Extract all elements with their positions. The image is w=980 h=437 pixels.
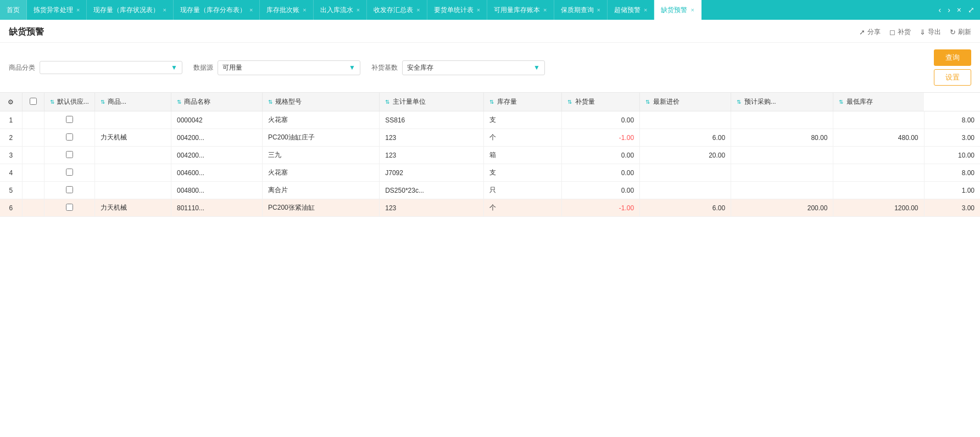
tab-close-inout-flow[interactable]: × — [357, 7, 360, 13]
row-checkbox-5[interactable] — [66, 204, 73, 211]
row-check-5[interactable] — [44, 199, 94, 217]
row-supplier-2 — [94, 147, 171, 164]
tab-prev-button[interactable]: ‹ — [936, 4, 943, 15]
row-supplier-5: 力天机械 — [94, 199, 171, 217]
est-purchase-sort-icon: ⇅ — [737, 99, 741, 105]
row-checkbox-1[interactable] — [66, 133, 73, 141]
col-sku-header[interactable]: ⇅ 商品... — [94, 93, 171, 111]
tab-demand-stat[interactable]: 要货单统计表 × — [427, 0, 487, 20]
row-check-0[interactable] — [44, 111, 94, 129]
row-supplier-1: 力天机械 — [94, 129, 171, 147]
tab-close-exception[interactable]: × — [76, 7, 80, 13]
replenish-base-filter: 补货基数 安全库存 ▼ — [371, 60, 545, 75]
row-checkbox-3[interactable] — [66, 169, 73, 176]
row-replenish-3 — [640, 164, 731, 182]
replenish-base-select[interactable]: 安全库存 ▼ — [402, 60, 545, 75]
row-check-4[interactable] — [44, 182, 94, 199]
row-check-1[interactable] — [44, 129, 94, 147]
tab-inventory-status[interactable]: 现存量（库存状况表） × — [87, 0, 173, 20]
row-check-3[interactable] — [44, 164, 94, 182]
row-name-2: 三九 — [263, 147, 380, 164]
col-unit-header[interactable]: ⇅ 主计量单位 — [380, 93, 484, 111]
row-est-purchase-4 — [833, 182, 924, 199]
tab-close-batch[interactable]: × — [303, 7, 306, 13]
tab-next-button[interactable]: › — [945, 4, 953, 15]
tab-overstock[interactable]: 超储预警 × — [608, 0, 654, 20]
replenish-button[interactable]: ◻ 补货 — [889, 27, 911, 37]
table-row: 5 004800... 离合片 DS250*23c... 只 0.00 1.00 — [0, 182, 980, 199]
row-min-stock-5: 3.00 — [924, 199, 980, 217]
select-all-checkbox[interactable] — [30, 98, 37, 105]
tab-batch[interactable]: 库存批次账 × — [260, 0, 313, 20]
tab-controls: ‹ › × ⤢ — [933, 4, 980, 15]
page-container: 缺货预警 ➚ 分享 ◻ 补货 ⇓ 导出 ↻ 刷新 商品分类 — [0, 20, 980, 437]
row-min-stock-0: 8.00 — [924, 111, 980, 129]
tab-close-collect-summary[interactable]: × — [416, 7, 420, 13]
table-row: 1 0000042 火花塞 SS816 支 0.00 8.00 — [0, 111, 980, 129]
col-latest-price-header[interactable]: ⇅ 最新进价 — [640, 93, 731, 111]
col-est-purchase-header[interactable]: ⇅ 预计采购... — [731, 93, 833, 111]
spec-sort-icon: ⇅ — [268, 99, 272, 105]
col-check-header[interactable] — [22, 93, 44, 111]
min-stock-sort-icon: ⇅ — [839, 99, 843, 105]
tab-close-available-ledger[interactable]: × — [543, 7, 547, 13]
row-latest-price-3 — [731, 164, 833, 182]
row-settings-5 — [22, 199, 44, 217]
row-checkbox-0[interactable] — [66, 116, 73, 123]
col-stock-header[interactable]: ⇅ 库存量 — [484, 93, 562, 111]
tab-maximize-button[interactable]: ⤢ — [966, 4, 977, 15]
col-min-stock-header[interactable]: ⇅ 最低库存 — [833, 93, 924, 111]
col-supplier-header[interactable]: ⇅ 默认供应... — [44, 93, 94, 111]
share-button[interactable]: ➚ 分享 — [859, 27, 881, 37]
row-num-3: 4 — [0, 164, 22, 182]
row-stock-0: 0.00 — [562, 111, 640, 129]
row-sku-4: 004800... — [171, 182, 263, 199]
tab-close-overstock[interactable]: × — [644, 7, 647, 13]
table-body: 1 0000042 火花塞 SS816 支 0.00 8.00 2 力天机械 0… — [0, 111, 980, 217]
col-name-header[interactable]: ⇅ 商品名称 — [171, 93, 263, 111]
row-checkbox-2[interactable] — [66, 151, 73, 158]
category-select[interactable]: ▼ — [40, 61, 182, 74]
latest-price-sort-icon: ⇅ — [645, 99, 650, 105]
export-button[interactable]: ⇓ 导出 — [920, 27, 941, 37]
datasource-arrow-icon: ▼ — [349, 64, 355, 71]
row-est-purchase-2 — [833, 147, 924, 164]
row-num-0: 1 — [0, 111, 22, 129]
tab-close-demand-stat[interactable]: × — [477, 7, 480, 13]
refresh-button[interactable]: ↻ 刷新 — [950, 27, 971, 37]
row-name-1: PC200油缸庄子 — [263, 129, 380, 147]
tab-inout-flow[interactable]: 出入库流水 × — [314, 0, 367, 20]
row-replenish-2: 20.00 — [640, 147, 731, 164]
tab-close-inventory-dist[interactable]: × — [249, 7, 253, 13]
tab-available-ledger[interactable]: 可用量库存账本 × — [487, 0, 554, 20]
tab-expiry-query[interactable]: 保质期查询 × — [554, 0, 608, 20]
row-check-2[interactable] — [44, 147, 94, 164]
row-checkbox-4[interactable] — [66, 186, 73, 193]
row-supplier-4 — [94, 182, 171, 199]
tab-close-expiry-query[interactable]: × — [597, 7, 600, 13]
tab-exception[interactable]: 拣货异常处理 × — [27, 0, 87, 20]
col-spec-header[interactable]: ⇅ 规格型号 — [263, 93, 380, 111]
tab-home[interactable]: 首页 — [0, 0, 27, 20]
settings-button[interactable]: 设置 — [934, 69, 971, 86]
col-replenish-header[interactable]: ⇅ 补货量 — [562, 93, 640, 111]
tab-close-all-button[interactable]: × — [955, 4, 964, 15]
row-settings-3 — [22, 164, 44, 182]
query-button[interactable]: 查询 — [934, 49, 971, 66]
row-settings-4 — [22, 182, 44, 199]
tab-close-inventory-status[interactable]: × — [163, 7, 166, 13]
tab-collect-summary[interactable]: 收发存汇总表 × — [367, 0, 427, 20]
row-sku-5: 801110... — [171, 199, 263, 217]
row-name-3: 火花塞 — [263, 164, 380, 182]
tab-close-shortage[interactable]: × — [691, 7, 694, 13]
category-label: 商品分类 — [9, 63, 35, 72]
row-name-4: 离合片 — [263, 182, 380, 199]
action-buttons: 查询 设置 — [934, 49, 971, 86]
datasource-select[interactable]: 可用量 ▼ — [218, 60, 360, 75]
tab-shortage[interactable]: 缺货预警 × — [654, 0, 701, 20]
tab-inventory-dist[interactable]: 现存量（库存分布表） × — [174, 0, 260, 20]
row-sku-2: 004200... — [171, 147, 263, 164]
col-settings-header[interactable]: ⚙ — [0, 93, 22, 111]
row-latest-price-0 — [731, 111, 833, 129]
supplier-sort-icon: ⇅ — [50, 99, 54, 105]
